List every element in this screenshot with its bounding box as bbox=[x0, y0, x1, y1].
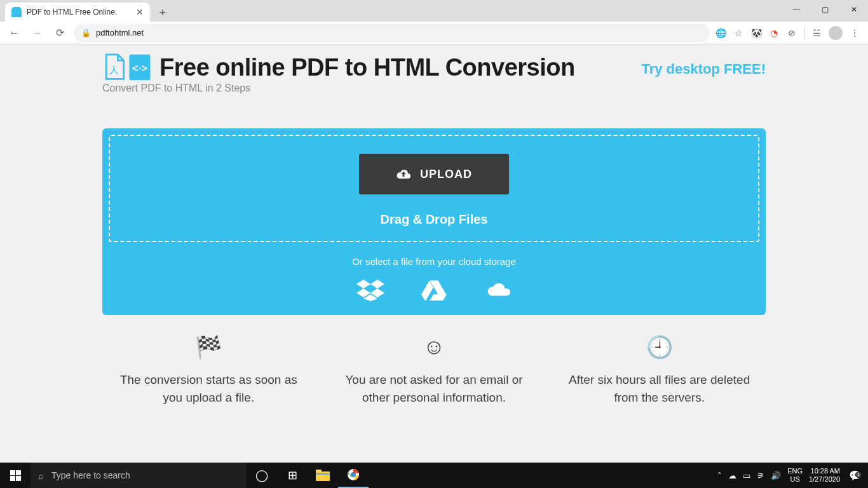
feature-text: The conversion starts as soon as you upl… bbox=[102, 371, 315, 406]
upload-panel: UPLOAD Drag & Drop Files Or select a fil… bbox=[102, 128, 766, 315]
tray-chevron-icon[interactable]: ˄ bbox=[717, 471, 722, 480]
close-tab-icon[interactable]: ✕ bbox=[136, 7, 144, 17]
tab-title: PDF to HTML Free Online. bbox=[27, 8, 131, 17]
svg-rect-4 bbox=[16, 470, 21, 475]
html-icon: <·> bbox=[128, 53, 152, 81]
svg-rect-6 bbox=[16, 476, 21, 481]
taskbar-search[interactable]: ⌕ Type here to search bbox=[31, 463, 247, 488]
clock[interactable]: 10:28 AM 1/27/2020 bbox=[809, 467, 840, 483]
cloud-storage-text: Or select a file from your cloud storage bbox=[109, 256, 759, 267]
upload-button[interactable]: UPLOAD bbox=[359, 154, 509, 194]
search-placeholder: Type here to search bbox=[51, 470, 130, 480]
search-icon: ⌕ bbox=[38, 470, 44, 481]
address-bar: ← → ⟳ 🔒 pdftohtml.net 🌐 ☆ 🐼 ◔ ⊘ ☱ ⋮ bbox=[0, 22, 868, 44]
drop-zone[interactable]: UPLOAD Drag & Drop Files bbox=[109, 135, 759, 242]
pdf-icon: 人 bbox=[102, 53, 126, 81]
browser-tab[interactable]: PDF to HTML Free Online. ✕ bbox=[5, 3, 150, 22]
omnibox[interactable]: 🔒 pdftohtml.net bbox=[74, 24, 710, 42]
upload-button-label: UPLOAD bbox=[420, 168, 472, 181]
minimize-button[interactable]: — bbox=[782, 0, 811, 19]
dropbox-icon[interactable] bbox=[356, 278, 384, 301]
volume-icon[interactable]: 🔊 bbox=[771, 471, 781, 480]
cortana-icon[interactable]: ◯ bbox=[247, 463, 277, 488]
system-tray: ˄ ☁ ▭ ⚞ 🔊 ENG US 10:28 AM 1/27/2020 💬1 bbox=[714, 463, 868, 488]
svg-rect-9 bbox=[316, 473, 330, 475]
clock-time: 10:28 AM bbox=[809, 467, 840, 475]
feature-autodelete: 🕘 After six hours all files are deleted … bbox=[553, 334, 766, 406]
task-view-icon[interactable]: ⊞ bbox=[277, 463, 308, 488]
lang-primary: ENG bbox=[787, 467, 803, 475]
svg-rect-5 bbox=[10, 476, 15, 481]
chrome-menu-icon[interactable]: ⋮ bbox=[849, 27, 860, 39]
drag-drop-text: Drag & Drop Files bbox=[110, 212, 758, 227]
chrome-taskbar-icon[interactable] bbox=[338, 463, 369, 488]
lang-secondary: US bbox=[787, 475, 803, 484]
clock-date: 1/27/2020 bbox=[809, 475, 840, 484]
battery-icon[interactable]: ▭ bbox=[743, 471, 750, 480]
feature-text: After six hours all files are deleted fr… bbox=[553, 371, 766, 406]
svg-text:<·>: <·> bbox=[132, 62, 147, 74]
page-subtitle: Convert PDF to HTML in 2 Steps bbox=[102, 83, 766, 94]
feature-text: You are not asked for an email or other … bbox=[328, 371, 541, 406]
page-title: Free online PDF to HTML Conversion bbox=[159, 54, 575, 81]
svg-rect-8 bbox=[316, 470, 322, 473]
favicon-icon bbox=[11, 7, 22, 17]
flag-icon: 🏁 bbox=[102, 334, 315, 362]
reading-list-icon[interactable]: ☱ bbox=[811, 27, 822, 39]
taskbar-pinned: ◯ ⊞ bbox=[247, 463, 369, 488]
maximize-button[interactable]: ▢ bbox=[811, 0, 839, 19]
profile-avatar[interactable] bbox=[829, 26, 843, 40]
wifi-icon[interactable]: ⚞ bbox=[757, 471, 764, 480]
onedrive-tray-icon[interactable]: ☁ bbox=[728, 471, 736, 480]
windows-taskbar: ⌕ Type here to search ◯ ⊞ ˄ ☁ ▭ ⚞ 🔊 ENG … bbox=[0, 463, 868, 488]
lock-icon: 🔒 bbox=[81, 29, 91, 37]
translate-icon[interactable]: 🌐 bbox=[715, 27, 726, 39]
forward-button[interactable]: → bbox=[28, 24, 46, 42]
back-button[interactable]: ← bbox=[5, 24, 23, 42]
reload-button[interactable]: ⟳ bbox=[51, 24, 69, 42]
feature-privacy: ☺ You are not asked for an email or othe… bbox=[328, 334, 541, 406]
url-text: pdftohtml.net bbox=[96, 28, 144, 37]
new-tab-button[interactable]: + bbox=[154, 4, 172, 22]
file-explorer-icon[interactable] bbox=[308, 463, 338, 488]
extension-icons: 🌐 ☆ 🐼 ◔ ⊘ ☱ ⋮ bbox=[715, 26, 863, 40]
svg-text:人: 人 bbox=[110, 65, 119, 75]
window-controls: — ▢ ✕ bbox=[782, 0, 868, 19]
windows-icon bbox=[10, 470, 21, 481]
extension-icon-2[interactable]: ◔ bbox=[768, 27, 780, 39]
try-desktop-link[interactable]: Try desktop FREE! bbox=[641, 53, 766, 78]
extension-icon-3[interactable]: ⊘ bbox=[786, 27, 797, 39]
divider bbox=[804, 27, 804, 39]
language-indicator[interactable]: ENG US bbox=[787, 467, 803, 483]
page-content: 人 <·> Free online PDF to HTML Conversion… bbox=[0, 44, 868, 463]
browser-chrome: PDF to HTML Free Online. ✕ + — ▢ ✕ ← → ⟳… bbox=[0, 0, 868, 44]
svg-rect-3 bbox=[10, 470, 15, 475]
cloud-upload-icon bbox=[396, 167, 411, 181]
clock-icon: 🕘 bbox=[553, 334, 766, 362]
action-center-icon[interactable]: 💬1 bbox=[846, 470, 864, 482]
svg-rect-7 bbox=[316, 471, 330, 481]
start-button[interactable] bbox=[0, 463, 31, 488]
smile-icon: ☺ bbox=[328, 334, 541, 362]
feature-speed: 🏁 The conversion starts as soon as you u… bbox=[102, 334, 315, 406]
onedrive-icon[interactable] bbox=[484, 278, 512, 301]
google-drive-icon[interactable] bbox=[420, 278, 448, 301]
extension-icon-1[interactable]: 🐼 bbox=[750, 27, 762, 39]
bookmark-icon[interactable]: ☆ bbox=[733, 27, 744, 39]
close-window-button[interactable]: ✕ bbox=[839, 0, 868, 19]
logo: 人 <·> Free online PDF to HTML Conversion bbox=[102, 53, 575, 81]
features-row: 🏁 The conversion starts as soon as you u… bbox=[102, 334, 766, 406]
tab-strip: PDF to HTML Free Online. ✕ + — ▢ ✕ bbox=[0, 0, 868, 22]
